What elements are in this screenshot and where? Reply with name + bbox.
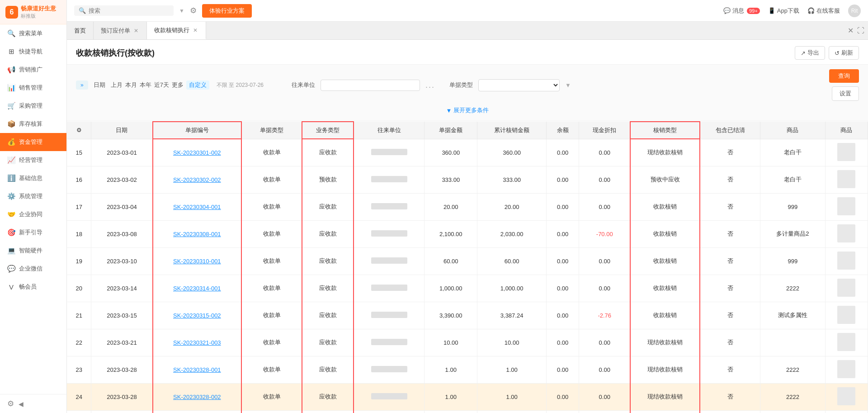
cell-date: 2023-03-04 [91,193,153,220]
date-custom[interactable]: 自定义 [186,81,209,90]
close-payable-tab-icon[interactable]: ✕ [133,27,139,35]
export-button[interactable]: ↗ 导出 [795,46,825,60]
filter-bar: » 日期 上月 本月 本年 近7天 更多 自定义 不限 至 2023-07-26… [67,65,868,121]
sidebar-item-basic[interactable]: ℹ️基础信息 [0,169,66,187]
cell-no: 18 [67,220,91,247]
sidebar-item-guide[interactable]: 🎯新手引导 [0,223,66,242]
tab-payable[interactable]: 预订应付单 ✕ [94,22,147,39]
tab-home[interactable]: 首页 [67,22,94,39]
bill-no-link[interactable]: SK-20230304-001 [173,204,221,210]
more-options-icon[interactable]: ... [425,81,435,90]
cell-partner [354,329,424,356]
date-7days[interactable]: 近7天 [154,81,169,89]
th-partner: 往来单位 [354,122,424,139]
expand-conditions-button[interactable]: ▼ 展开更多条件 [446,106,489,114]
sidebar-item-search[interactable]: 🔍搜索菜单 [0,24,66,43]
bill-no-link[interactable]: SK-20230328-002 [173,394,221,400]
partner-input[interactable] [321,80,420,91]
cell-bill-type: 收款单 [241,275,302,302]
search-input[interactable] [89,7,152,14]
sidebar: 6 畅康道好生意 标推版 🔍搜索菜单⊞快捷导航📢营销推广📊销售管理🛒采购管理📦库… [0,0,67,413]
table-row: 22 2023-03-21 SK-20230321-003 收款单 应收款 10… [67,329,868,356]
solution-button[interactable]: 体验行业方案 [202,4,252,18]
sidebar-item-enterprise[interactable]: 🤝企业协同 [0,205,66,223]
cell-accum: -2,430.00 [477,410,547,413]
cell-discount: 0.00 [579,193,630,220]
cell-partner [354,356,424,383]
cell-date: 2023-03-02 [91,166,153,193]
cell-no: 23 [67,356,91,383]
date-more[interactable]: 更多 [172,81,184,89]
sidebar-item-purchase[interactable]: 🛒采购管理 [0,97,66,115]
gear-icon[interactable]: ⚙ [190,6,197,15]
data-table-wrap: ⚙ 日期 单据编号 单据类型 业务类型 往来单位 单据金额 累计核销金额 余额 … [67,121,868,413]
bill-no-link[interactable]: SK-20230301-002 [173,149,221,156]
bill-no-link[interactable]: SK-20230328-001 [173,366,221,373]
sidebar-item-operations[interactable]: 📈经营管理 [0,151,66,169]
cell-product2 [825,166,868,193]
date-this-year[interactable]: 本年 [140,81,151,89]
collapse-sidebar-icon[interactable]: ◀ [19,400,24,408]
cell-product2 [825,383,868,410]
cell-discount: -70.00 [579,220,630,247]
bill-no-link[interactable]: SK-20230321-003 [173,339,221,346]
bill-no-link[interactable]: SK-20230308-001 [173,231,221,237]
sidebar-icon-system: ⚙️ [7,192,15,200]
cell-biz-type: 应收款 [302,139,354,166]
messages-button[interactable]: 💬 消息 99+ [723,7,760,15]
cell-bill-no: SK-20230310-001 [153,247,242,275]
sidebar-item-wechat[interactable]: 💬企业微信 [0,260,66,278]
cell-accum: 1,000.00 [477,275,547,302]
app-download-button[interactable]: 📱 App下载 [768,7,799,15]
bill-no-link[interactable]: SK-20230315-002 [173,312,221,319]
headset-icon: 🎧 [807,7,815,14]
bill-no-link[interactable]: SK-20230314-001 [173,285,221,292]
sidebar-item-hardware[interactable]: 💻智能硬件 [0,242,66,260]
th-included: 包含已结清 [700,122,760,139]
close-writeoff-tab-icon[interactable]: ✕ [192,26,198,34]
tabbar-actions: ✕ ⛶ [844,22,868,39]
th-discount: 现金折扣 [579,122,630,139]
sidebar-icon-member: V [7,283,15,291]
sidebar-item-quick-nav[interactable]: ⊞快捷导航 [0,43,66,61]
cell-accum: 10.00 [477,329,547,356]
cell-partner [354,193,424,220]
page-title: 收款核销执行(按收款) [76,47,155,58]
sidebar-item-member[interactable]: V畅会员 [0,278,66,296]
settings-icon[interactable]: ⚙ [7,399,14,408]
th-amount: 单据金额 [425,122,477,139]
search-wrap: 🔍 [74,5,174,16]
tab-writeoff[interactable]: 收款核销执行 ✕ [147,22,206,39]
bill-no-link[interactable]: SK-20230310-001 [173,258,221,265]
cell-bill-type: 收款单 [241,329,302,356]
cell-product2 [825,302,868,329]
cell-included: 否 [700,383,760,410]
query-button[interactable]: 查询 [829,69,859,83]
sidebar-item-system[interactable]: ⚙️系统管理 [0,187,66,205]
cell-biz-type: 应收款 [302,275,354,302]
cell-product2 [825,139,868,166]
bill-no-link[interactable]: SK-20230302-002 [173,176,221,183]
online-service-button[interactable]: 🎧 在线客服 [807,7,840,15]
close-tab-icon[interactable]: ✕ [848,26,854,35]
th-settings[interactable]: ⚙ [67,122,91,139]
sidebar-item-marketing[interactable]: 📢营销推广 [0,61,66,79]
bill-type-select[interactable] [478,79,560,91]
sidebar-item-sales[interactable]: 📊销售管理 [0,79,66,97]
cell-balance: 0.00 [546,356,579,383]
expand-tab-icon[interactable]: ⛶ [857,27,864,35]
setting-button[interactable]: 设置 [832,86,859,101]
sidebar-item-inventory[interactable]: 📦库存核算 [0,115,66,133]
date-last-month[interactable]: 上月 [111,81,123,89]
refresh-button[interactable]: ↺ 刷新 [829,46,859,60]
date-this-month[interactable]: 本月 [125,81,137,89]
filter-expand-button[interactable]: » [76,81,88,90]
cell-date: 2023-03-31 [91,410,153,413]
cell-no: 15 [67,139,91,166]
avatar[interactable]: Rit [848,5,861,17]
cell-date: 2023-03-28 [91,356,153,383]
sidebar-item-finance[interactable]: 💰资金管理 [0,133,66,151]
sidebar-label-operations: 经营管理 [19,156,42,164]
cell-product2 [825,220,868,247]
dropdown-arrow-icon[interactable]: ▼ [179,8,184,14]
